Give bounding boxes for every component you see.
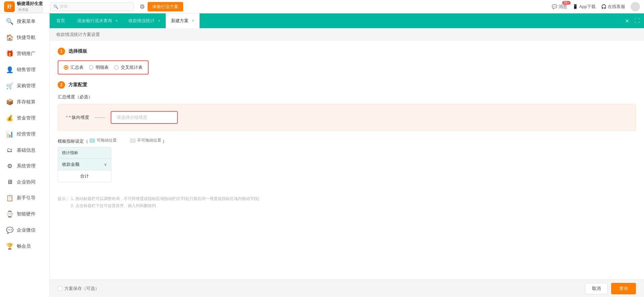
dimension-input[interactable]: 请选择分组维度 [111, 111, 178, 124]
sidebar-item-basic[interactable]: 🗂 基础信息 [0, 142, 49, 158]
main-layout: 🔍 搜索菜单 🏠 快捷导航 🎁 营销推广 👤 销售管理 🛒 采购管理 📦 库存核… [0, 13, 644, 297]
save-label: 方案保存（可选） [64, 286, 99, 292]
member-icon: 🏆 [6, 243, 13, 250]
sidebar-item-finance[interactable]: 💰 资金管理 [0, 110, 49, 126]
step1-section: 1 选择模板 汇总表 明细表 [58, 48, 636, 75]
metrics-table-header: 统计指标 [58, 147, 111, 159]
message-button[interactable]: 💬 99+ 消息 [552, 4, 567, 10]
tab-collection[interactable]: 收款情况统计 × [123, 13, 166, 28]
sidebar-item-system[interactable]: ⚙ 系统管理 [0, 158, 49, 174]
logo-badge: 标准版 [17, 7, 43, 13]
finance-icon: 💰 [6, 114, 13, 122]
legend-separator [123, 138, 127, 143]
tab-collection-close[interactable]: × [158, 18, 160, 23]
required-star: * [66, 115, 69, 120]
purchase-icon: 🛒 [6, 82, 13, 90]
sidebar-item-marketing[interactable]: 🎁 营销推广 [0, 46, 49, 62]
wechat-icon: 💬 [6, 227, 13, 234]
tab-expand-icon[interactable]: ⛶ [633, 16, 641, 25]
management-icon: 📊 [6, 131, 13, 138]
breadcrumb-text: 收款情况统计方案设置 [56, 32, 100, 37]
sidebar-label-purchase: 采购管理 [17, 83, 36, 89]
sidebar-item-member[interactable]: 🏆 畅会员 [0, 238, 49, 254]
sidebar-label-finance: 资金管理 [17, 115, 36, 121]
sidebar-item-sales[interactable]: 👤 销售管理 [0, 62, 49, 78]
dimension-arrow-icon: —— [95, 114, 105, 120]
dimension-row-label: * * 纵向维度 [66, 114, 89, 120]
sidebar-label-wechat: 企业微信 [17, 227, 36, 233]
metrics-header: 模板指标设定（ 可拖动位置 不可拖动位置 [58, 138, 636, 144]
sidebar-label-marketing: 营销推广 [17, 51, 36, 57]
sidebar-item-management[interactable]: 📊 经营管理 [0, 126, 49, 142]
user-avatar[interactable] [631, 2, 640, 11]
cancel-button[interactable]: 取消 [585, 283, 608, 294]
tab-home[interactable]: 首页 [50, 13, 72, 28]
tab-bar-actions: ✕ ⛶ [624, 16, 644, 26]
tab-collection-label: 收款情况统计 [128, 18, 155, 24]
metrics-table-header-label: 统计指标 [62, 150, 78, 155]
radio-summary-label: 汇总表 [70, 64, 84, 70]
legend-draggable-box [90, 139, 95, 143]
sidebar-item-newbie[interactable]: 📋 新手引导 [0, 190, 49, 206]
system-icon: ⚙ [6, 162, 13, 170]
sidebar-item-nav[interactable]: 🏠 快捷导航 [0, 30, 49, 46]
tab-new-plan-close[interactable]: × [192, 18, 194, 23]
radio-cross[interactable]: 交叉统计表 [114, 64, 143, 70]
breadcrumb: 收款情况统计方案设置 [50, 28, 644, 41]
sidebar-item-hardware[interactable]: ⌚ 智能硬件 [0, 206, 49, 222]
dimension-placeholder: 请选择分组维度 [117, 115, 147, 120]
metrics-legend: 可拖动位置 不可拖动位置 [90, 138, 161, 143]
logo: 好 畅捷通好生意 标准版 [4, 2, 48, 12]
save-option: 方案保存（可选） [58, 286, 99, 292]
settings-icon[interactable]: ⚙ [140, 3, 145, 10]
sidebar-item-purchase[interactable]: 🛒 采购管理 [0, 78, 49, 94]
bottom-bar: 方案保存（可选） 取消 查询 [50, 280, 644, 297]
message-badge: 99+ [562, 1, 571, 5]
industry-button[interactable]: 体验行业方案 [148, 2, 183, 11]
search-menu-icon: 🔍 [6, 18, 13, 25]
collab-icon: 🖥 [6, 179, 13, 186]
tab-close-all-icon[interactable]: ✕ [624, 16, 631, 26]
sidebar-item-search[interactable]: 🔍 搜索菜单 [0, 13, 49, 30]
sidebar-item-inventory[interactable]: 📦 库存核算 [0, 94, 49, 110]
metrics-cell-amount[interactable]: 收款金额 ∨ [58, 159, 111, 170]
query-button[interactable]: 查询 [611, 283, 636, 294]
content-area: 首页 现金银行流水查询 × 收款情况统计 × 新建方案 × ✕ ⛶ 收款情况统计… [50, 13, 644, 297]
save-checkbox[interactable] [58, 286, 62, 291]
radio-cross-circle [114, 65, 119, 70]
sidebar-item-collab[interactable]: 🖥 企业协同 [0, 174, 49, 190]
bottom-actions: 取消 查询 [585, 283, 636, 294]
sidebar-label-collab: 企业协同 [17, 179, 36, 185]
sidebar-label-search: 搜索菜单 [17, 18, 36, 24]
metrics-cell-chevron: ∨ [104, 162, 107, 167]
step2-section: 2 方案配置 汇总维度（必选） * * 纵向维度 —— [58, 81, 636, 210]
nav-icon: 🏠 [6, 34, 13, 41]
service-button[interactable]: 🎧 在线客服 [601, 4, 625, 10]
step2-num: 2 [58, 81, 65, 89]
sidebar: 🔍 搜索菜单 🏠 快捷导航 🎁 营销推广 👤 销售管理 🛒 采购管理 📦 库存核… [0, 13, 50, 297]
tab-cashflow[interactable]: 现金银行流水查询 × [72, 13, 123, 28]
sidebar-label-sales: 销售管理 [17, 67, 36, 73]
step2-header: 2 方案配置 [58, 81, 636, 89]
download-label: App下载 [579, 4, 596, 10]
inventory-icon: 📦 [6, 98, 13, 106]
legend-fixed-label: 不可拖动位置 [137, 138, 161, 143]
metrics-total: 合计 [58, 170, 111, 182]
dimension-label: 汇总维度（必选） [58, 94, 636, 100]
metrics-total-label: 合计 [80, 174, 89, 179]
radio-summary[interactable]: 汇总表 [64, 64, 84, 70]
tab-new-plan[interactable]: 新建方案 × [166, 13, 200, 28]
tab-cashflow-close[interactable]: × [115, 18, 118, 23]
dimension-area: * * 纵向维度 —— 请选择分组维度 [58, 104, 636, 131]
search-bar[interactable]: 🔍 搜索 [50, 2, 134, 11]
download-button[interactable]: 📱 App下载 [573, 4, 596, 10]
sidebar-label-basic: 基础信息 [17, 147, 36, 153]
radio-detail[interactable]: 明细表 [89, 64, 109, 70]
tip-2: 2. 点击标题栏下拉可设置排序、插入列和删除列 [58, 202, 636, 210]
tab-cashflow-label: 现金银行流水查询 [77, 18, 112, 24]
radio-cross-label: 交叉统计表 [121, 64, 143, 70]
search-icon: 🔍 [53, 4, 58, 9]
sidebar-item-wechat[interactable]: 💬 企业微信 [0, 222, 49, 238]
radio-detail-label: 明细表 [96, 64, 109, 70]
page-content: 收款情况统计方案设置 1 选择模板 汇总表 [50, 28, 644, 297]
